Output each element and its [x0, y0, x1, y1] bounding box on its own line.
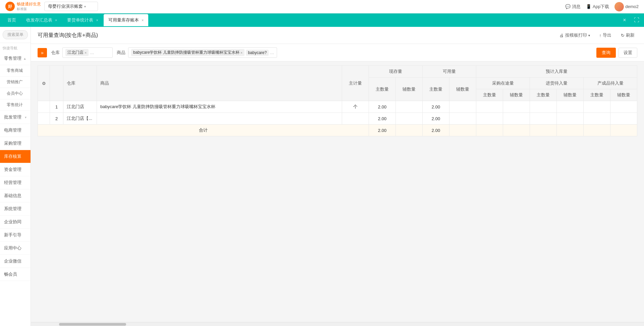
row-stock-main-1: 2.00 [369, 113, 396, 125]
row-gear-1[interactable] [38, 113, 50, 125]
row-stock-aux-1 [396, 113, 423, 125]
tab-available-ledger[interactable]: 可用量库存账本 × [104, 14, 148, 26]
sidebar-item-system[interactable]: 系统管理 [0, 202, 31, 216]
top-bar-right: 💬 消息 📱 App下载 demo2 [565, 2, 639, 11]
table-area: ⚙ 仓库 商品 主计量 现存量 可用量 预计入库量 主数量 辅数量 主数量 辅数… [31, 61, 644, 322]
summary-avail-aux [449, 125, 476, 136]
horizontal-scrollbar[interactable] [31, 322, 644, 326]
product-filter-group: 商品 babycare学饮杯 儿童防摔防撞吸管杯重力球吸嘴杯宝宝水杯 × bab… [117, 47, 277, 58]
row-stock-aux-0 [396, 101, 423, 113]
product-more-btn[interactable]: … [270, 50, 274, 55]
row-pur-transit-main-0 [476, 101, 503, 113]
th-main-unit: 主计量 [342, 66, 369, 101]
tab-home[interactable]: 首页 [3, 14, 21, 26]
row-avail-aux-0 [449, 101, 476, 113]
quick-nav-label[interactable]: 快捷导航 [0, 43, 31, 52]
tab-receive-summary[interactable]: 收发存汇总表 × [21, 14, 62, 26]
sidebar-item-member[interactable]: 会员中心 [0, 88, 31, 99]
th-pur-transit-main: 主数量 [476, 89, 503, 101]
warehouse-more-btn[interactable]: … [90, 50, 94, 55]
row-gear-0[interactable] [38, 101, 50, 113]
tab-demand-stats[interactable]: 要货单统计表 × [62, 14, 103, 26]
logo-icon: 好 [5, 2, 15, 11]
refresh-btn[interactable]: ↻ 刷新 [618, 31, 637, 40]
sidebar-item-member-label: 会员中心 [7, 91, 23, 96]
sidebar-item-inventory-label: 库存核算 [4, 153, 21, 159]
logo-area: 好 畅捷通好生意 标准版 [5, 2, 41, 11]
export-icon: ↑ [599, 33, 602, 38]
product-tag-babycare-remove[interactable]: × [240, 51, 243, 55]
th-pur-transit-group: 采购在途量 [476, 78, 530, 89]
sidebar-item-app-center[interactable]: 应用中心 [0, 242, 31, 255]
product-tag-babycare-short-label: babycare? [248, 50, 267, 55]
tab-receive-summary-label: 收发存汇总表 [26, 17, 52, 23]
sidebar-item-new-guide[interactable]: 新手引导 [0, 229, 31, 242]
sidebar-item-basic-info-label: 基础信息 [4, 193, 21, 199]
user-profile[interactable]: demo2 [614, 2, 639, 11]
close-all-tabs-btn[interactable]: × [620, 15, 629, 25]
sidebar-item-finance[interactable]: 资金管理 [0, 163, 31, 176]
sidebar-item-enterprise-collab-label: 企业协同 [4, 219, 21, 225]
summary-label-cell: 合计 [38, 125, 369, 136]
warehouse-filter-label: 仓库 [51, 50, 60, 56]
avatar-image [614, 2, 624, 11]
sidebar-item-retail-stats[interactable]: 零售统计 [0, 99, 31, 111]
summary-stock-main: 2.00 [369, 125, 396, 136]
summary-pur-pending-aux [557, 125, 584, 136]
sidebar-item-enterprise-wechat[interactable]: 企业微信 [0, 255, 31, 268]
sidebar-item-retail-stats-label: 零售统计 [7, 102, 23, 107]
sidebar-item-basic-info[interactable]: 基础信息 [0, 189, 31, 202]
username-label: demo2 [625, 4, 639, 9]
product-filter-input[interactable]: babycare学饮杯 儿童防摔防撞吸管杯重力球吸嘴杯宝宝水杯 × babyca… [128, 47, 277, 58]
sidebar-item-retail-store[interactable]: 零售商城 [0, 65, 31, 77]
export-btn[interactable]: ↑ 导出 [597, 31, 614, 40]
tab-receive-summary-close[interactable]: × [55, 18, 57, 22]
main-layout: 搜索菜单 快捷导航 零售管理 ▲ 零售商城 营销推广 会员中心 零售统计 批发管… [0, 27, 644, 326]
settings-btn[interactable]: 设置 [619, 48, 637, 58]
row-product-1 [97, 113, 342, 125]
summary-pur-transit-main [476, 125, 503, 136]
sidebar-item-retail[interactable]: 零售管理 ▲ [0, 52, 31, 65]
top-bar-left: 好 畅捷通好生意 标准版 母婴行业演示账套 ▾ [5, 2, 98, 11]
print-icon: 🖨 [559, 33, 564, 38]
search-menu-input[interactable]: 搜索菜单 [3, 30, 28, 39]
fullscreen-btn[interactable]: ⛶ [632, 15, 641, 25]
tab-available-ledger-close[interactable]: × [142, 18, 144, 22]
th-gear[interactable]: ⚙ [38, 66, 50, 101]
tab-demand-stats-close[interactable]: × [96, 18, 98, 22]
sidebar-item-wholesale-label: 批发管理 [4, 114, 21, 120]
sidebar-item-wholesale[interactable]: 批发管理 ▾ [0, 111, 31, 124]
app-download-btn[interactable]: 📱 App下载 [586, 4, 609, 10]
scroll-thumb[interactable] [59, 323, 126, 326]
row-pur-pending-main-0 [530, 101, 557, 113]
th-pur-pending-aux: 辅数量 [557, 89, 584, 101]
sidebar-item-ecommerce[interactable]: 电商管理 [0, 124, 31, 137]
sidebar-item-purchase[interactable]: 采购管理 [0, 137, 31, 150]
warehouse-tag-jiangbei[interactable]: 江北门店 × [65, 49, 89, 56]
query-btn[interactable]: 查询 [596, 48, 616, 58]
summary-prod-pending-main [584, 125, 610, 136]
row-warehouse-0: 江北门店 [63, 101, 97, 113]
message-label: 消息 [572, 4, 581, 10]
sidebar-item-enterprise-collab[interactable]: 企业协同 [0, 216, 31, 229]
sidebar-item-operations[interactable]: 经营管理 [0, 176, 31, 189]
tab-bar-actions: × ⛶ [620, 15, 641, 25]
row-product-0: babycare学饮杯 儿童防摔防撞吸管杯重力球吸嘴杯宝宝水杯 [97, 101, 342, 113]
filter-toggle-btn[interactable]: » [38, 48, 47, 57]
industry-selector[interactable]: 母婴行业演示账套 ▾ [44, 2, 98, 11]
avatar [614, 2, 624, 11]
sidebar-search-area: 搜索菜单 [0, 27, 31, 43]
print-template-btn[interactable]: 🖨 按模板打印 ▾ [557, 31, 593, 40]
sidebar-item-vip-member[interactable]: 畅会员 [0, 268, 31, 281]
th-stock-aux: 辅数量 [396, 78, 423, 101]
sidebar-item-ecommerce-label: 电商管理 [4, 127, 21, 133]
sidebar-item-marketing[interactable]: 营销推广 [0, 77, 31, 88]
warehouse-filter-input[interactable]: 江北门店 × … [62, 47, 113, 58]
app-download-label: App下载 [593, 4, 609, 10]
sidebar-item-inventory[interactable]: 库存核算 [0, 150, 31, 163]
product-tag-babycare-full[interactable]: babycare学饮杯 儿童防摔防撞吸管杯重力球吸嘴杯宝宝水杯 × [131, 49, 245, 56]
product-tag-babycare-short[interactable]: babycare? [246, 50, 269, 56]
th-pur-pending-group: 进货待入量 [530, 78, 584, 89]
warehouse-tag-remove[interactable]: × [85, 51, 87, 55]
message-btn[interactable]: 💬 消息 [565, 4, 581, 10]
